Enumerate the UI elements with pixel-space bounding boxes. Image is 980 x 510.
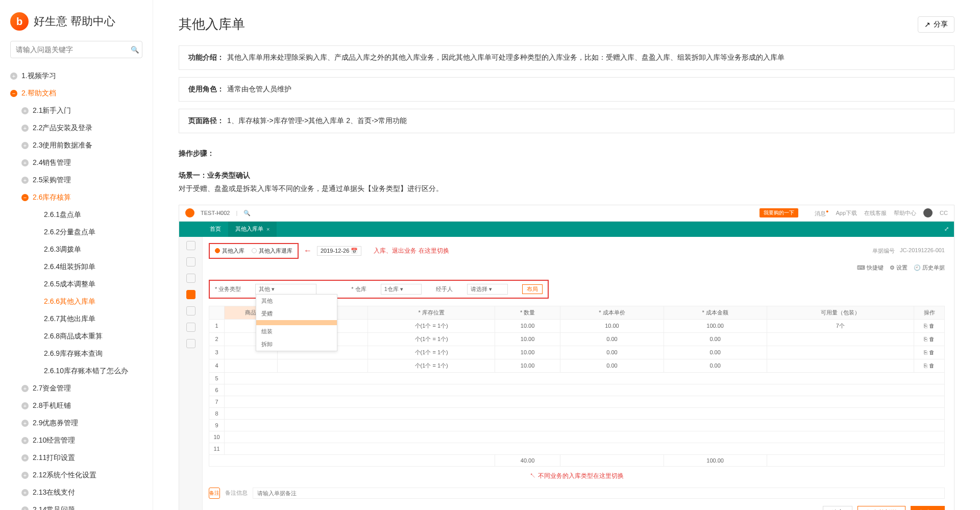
radio-other-in-return[interactable]: 其他入库退库 (252, 247, 292, 255)
nav-item[interactable]: +2.1新手入门 (10, 102, 142, 119)
nav-leaf[interactable]: 2.6.10库存账本错了怎么办 (10, 362, 142, 380)
dd-item-2[interactable] (256, 320, 337, 325)
nav-item[interactable]: +2.12系统个性化设置 (10, 467, 142, 484)
save-new-button[interactable]: 保存并新增 (857, 506, 905, 510)
plus-icon: + (21, 506, 29, 510)
nav-item[interactable]: +2.8手机旺铺 (10, 397, 142, 415)
nav-label: 2.9优惠券管理 (33, 419, 78, 428)
mock-link-shortcut[interactable]: ⌨ 快捷键 (857, 264, 884, 272)
plus-icon: + (21, 125, 29, 132)
search-wrap: 🔍 (10, 41, 142, 58)
mock-link-service[interactable]: 在线客服 (864, 209, 887, 217)
nav-leaf[interactable]: 2.6.5成本调整单 (10, 276, 142, 293)
row-copy-icon[interactable]: ⎘ (924, 349, 927, 355)
nav-tree: +1.视频学习−2.帮助文档+2.1新手入门+2.2产品安装及登录+2.3使用前… (10, 67, 142, 510)
page-header: 其他入库单 ↗ 分享 (179, 15, 954, 33)
nav-leaf[interactable]: 2.6.3调拨单 (10, 241, 142, 258)
row-copy-icon[interactable]: ⎘ (924, 362, 927, 369)
nav-label: 2.2产品安装及登录 (33, 124, 92, 133)
dd-item-0[interactable]: 其他 (256, 295, 337, 307)
nav-item[interactable]: +2.3使用前数据准备 (10, 137, 142, 154)
row-copy-icon[interactable]: ⎘ (924, 336, 927, 342)
share-button[interactable]: ↗ 分享 (918, 16, 954, 33)
minus-icon: − (10, 90, 17, 97)
info-path-label: 页面路径： (188, 116, 224, 125)
mock-promo-button[interactable]: 我要购的一下 (760, 208, 798, 217)
main-content: 其他入库单 ↗ 分享 功能介绍：其他入库单用来处理除采购入库、产成品入库之外的其… (153, 0, 980, 510)
mock-note-row: 备注 备注信息 (209, 488, 945, 499)
mock-link-history[interactable]: 🕘 历史单据 (914, 264, 945, 272)
row-copy-icon[interactable]: ⎘ (924, 323, 927, 329)
note-input[interactable] (253, 488, 945, 499)
expand-icon[interactable]: ⤢ (944, 226, 949, 232)
mock-link-help[interactable]: 帮助中心 (894, 209, 916, 217)
warehouse-select[interactable]: 1仓库 ▾ (381, 284, 422, 295)
info-role: 使用角色：通常由仓管人员维护 (179, 77, 954, 102)
dd-item-1[interactable]: 受赠 (256, 307, 337, 320)
nav-item[interactable]: +2.13在线支付 (10, 484, 142, 501)
search-button[interactable]: 🔍 (131, 46, 139, 54)
nav-leaf[interactable]: 2.6.1盘点单 (10, 206, 142, 224)
row-delete-icon[interactable]: 🗑 (929, 323, 935, 329)
nav-item[interactable]: +2.4销售管理 (10, 154, 142, 172)
nav-item[interactable]: +2.9优惠券管理 (10, 415, 142, 432)
nav-item[interactable]: +2.14常见问题 (10, 501, 142, 510)
dd-item-4[interactable]: 拆卸 (256, 338, 337, 351)
mock-avatar-icon[interactable] (923, 208, 933, 217)
mock-annotation-2: ↖ 不同业务的入库类型在这里切换 (209, 472, 945, 480)
page-title: 其他入库单 (179, 15, 245, 33)
brand-logo-icon: b (10, 12, 29, 31)
nav-item[interactable]: +2.11打印设置 (10, 449, 142, 467)
nav-leaf[interactable]: 2.6.8商品成本重算 (10, 328, 142, 345)
mock-link-msg[interactable]: 消息● (815, 209, 829, 217)
radio-other-in[interactable]: 其他入库 (215, 247, 244, 255)
biztype-select[interactable]: 其他 ▾ 其他 受赠 组装 拆卸 (255, 284, 316, 295)
nav-item[interactable]: −2.6库存核算 (10, 189, 142, 206)
search-input[interactable] (10, 41, 142, 58)
biztype-dropdown: 其他 受赠 组装 拆卸 (256, 294, 337, 351)
row-delete-icon[interactable]: 🗑 (929, 362, 935, 369)
mock-top-links: 消息● App下载 在线客服 帮助中心 CC (815, 208, 948, 217)
nav-leaf[interactable]: 2.6.7其他出库单 (10, 310, 142, 328)
nav-item[interactable]: +1.视频学习 (10, 67, 142, 85)
handler-select[interactable]: 请选择 ▾ (467, 284, 508, 295)
nav-item[interactable]: +2.2产品安装及登录 (10, 119, 142, 137)
plus-icon: + (21, 177, 29, 184)
layout-button[interactable]: 布局 (522, 284, 543, 294)
plus-icon: + (21, 454, 29, 462)
table-row: 4个(1个 = 1个)10.000.000.00⎘ 🗑 (209, 359, 945, 372)
plus-icon: + (21, 420, 29, 427)
nav-item[interactable]: +2.10经营管理 (10, 432, 142, 449)
nav-leaf[interactable]: 2.6.9库存账本查询 (10, 345, 142, 362)
mock-link-settings[interactable]: ⚙ 设置 (890, 264, 908, 272)
plus-icon: + (21, 437, 29, 444)
dd-item-3[interactable]: 组装 (256, 325, 337, 338)
embedded-screenshot: TEST-H002 | 🔍 我要购的一下 消息● App下载 在线客服 帮助中心… (179, 205, 954, 510)
mock-date-input[interactable]: 2019-12-26 📅 (317, 246, 361, 256)
mock-tab-current[interactable]: 其他入库单× (228, 222, 277, 237)
mock-logo-icon (185, 208, 194, 217)
nav-item[interactable]: +2.5采购管理 (10, 172, 142, 189)
nav-leaf[interactable]: 2.6.2分量盘点单 (10, 224, 142, 241)
info-intro: 功能介绍：其他入库单用来处理除采购入库、产成品入库之外的其他入库业务，因此其他入… (179, 45, 954, 70)
mock-annotation-1: 入库、退出业务 在这里切换 (374, 247, 449, 255)
mock-username: CC (940, 210, 948, 216)
share-label: 分享 (934, 20, 948, 29)
mock-tab-home[interactable]: 首页 (203, 222, 228, 237)
plus-icon: + (21, 142, 29, 149)
sidebar: b 好生意 帮助中心 🔍 +1.视频学习−2.帮助文档+2.1新手入门+2.2产… (0, 0, 153, 510)
nav-item[interactable]: +2.7资金管理 (10, 380, 142, 397)
nav-label: 2.7资金管理 (33, 384, 71, 393)
row-delete-icon[interactable]: 🗑 (929, 336, 935, 342)
mock-link-app[interactable]: App下载 (836, 209, 857, 217)
nav-leaf[interactable]: 2.6.6其他入库单 (10, 293, 142, 310)
nav-item[interactable]: −2.帮助文档 (10, 85, 142, 102)
row-delete-icon[interactable]: 🗑 (929, 349, 935, 355)
mock-doctype-redbox: 其他入库 其他入库退库 (209, 243, 299, 259)
save-button[interactable]: 保存 ▾ (911, 506, 945, 510)
cancel-button[interactable]: 放弃 (823, 506, 852, 510)
close-icon[interactable]: × (266, 226, 270, 232)
nav-leaf[interactable]: 2.6.4组装拆卸单 (10, 258, 142, 276)
note-icon: 备注 (209, 488, 220, 499)
nav-label: 2.5采购管理 (33, 176, 71, 185)
